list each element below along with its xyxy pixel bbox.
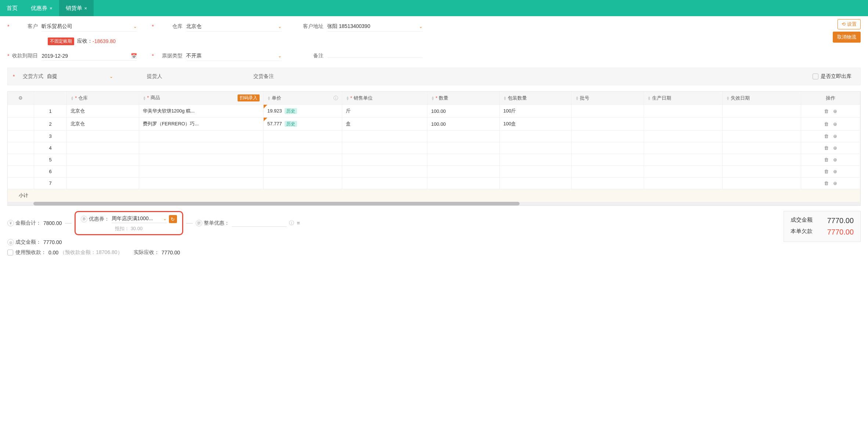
add-icon[interactable]: ⊕ bbox=[833, 169, 837, 174]
receivable-value: -18639.80 bbox=[93, 38, 116, 44]
customer-addr-field[interactable]: 张阳 18513400390⌄ bbox=[327, 22, 423, 32]
refresh-icon[interactable]: ↻ bbox=[169, 215, 177, 223]
cell-unit[interactable] bbox=[342, 154, 427, 166]
table-row[interactable]: 7 🗑 ⊕ bbox=[8, 178, 860, 189]
cell-unit[interactable]: 盒 bbox=[342, 118, 427, 130]
history-badge[interactable]: 历史 bbox=[285, 108, 297, 114]
tabs-bar: 首页 优惠券× 销货单× bbox=[0, 0, 868, 16]
scan-badge[interactable]: 扫码录入 bbox=[238, 94, 260, 101]
help-icon[interactable]: ⓘ bbox=[333, 95, 338, 101]
col-exp-date[interactable]: ▲▼失效日期 bbox=[722, 92, 801, 105]
delivery-note-field[interactable] bbox=[278, 75, 336, 78]
add-icon[interactable]: ⊕ bbox=[833, 180, 837, 186]
cell-product[interactable] bbox=[139, 154, 263, 166]
delivery-method-field[interactable]: 自提⌄ bbox=[47, 72, 113, 81]
horizontal-scrollbar[interactable] bbox=[8, 202, 860, 205]
cell-product[interactable] bbox=[139, 142, 263, 154]
customer-field[interactable]: 昕乐贸易公司⌄ bbox=[41, 22, 137, 32]
cell-product[interactable]: 费列罗（FERRERO）巧... bbox=[139, 118, 263, 130]
delete-icon[interactable]: 🗑 bbox=[824, 108, 829, 114]
cell-product[interactable] bbox=[139, 166, 263, 178]
payment-date-field[interactable]: 2019-12-29📅 bbox=[41, 51, 137, 61]
cell-product[interactable] bbox=[139, 178, 263, 189]
picker-label: 提货人 bbox=[135, 73, 162, 80]
cell-unit[interactable] bbox=[342, 178, 427, 189]
col-package-qty[interactable]: ▲▼包装数量 bbox=[499, 92, 571, 105]
table-row[interactable]: 6 🗑 ⊕ bbox=[8, 166, 860, 178]
add-icon[interactable]: ⊕ bbox=[833, 108, 837, 114]
cell-warehouse[interactable]: 北京仓 bbox=[67, 105, 139, 118]
col-quantity[interactable]: ▲▼*数量 bbox=[427, 92, 499, 105]
invoice-type-field[interactable]: 不开票⌄ bbox=[186, 51, 282, 61]
cell-pack[interactable] bbox=[499, 142, 571, 154]
close-icon[interactable]: × bbox=[50, 6, 53, 11]
table-row[interactable]: 1 北京仓 华美华夫软饼1200g 糕... 19.923 历史 斤 100.0… bbox=[8, 105, 860, 118]
cell-unit[interactable] bbox=[342, 166, 427, 178]
tab-coupon[interactable]: 优惠券× bbox=[24, 0, 59, 16]
delete-icon[interactable]: 🗑 bbox=[824, 145, 829, 151]
cell-qty[interactable]: 100.00 bbox=[427, 118, 499, 130]
table-row[interactable]: 3 🗑 ⊕ bbox=[8, 130, 860, 142]
cell-pack[interactable] bbox=[499, 130, 571, 142]
add-icon[interactable]: ⊕ bbox=[833, 145, 837, 151]
chevron-down-icon: ⌄ bbox=[109, 74, 113, 79]
cell-qty[interactable] bbox=[427, 154, 499, 166]
gear-header[interactable]: ⚙ bbox=[8, 92, 34, 105]
col-batch[interactable]: ▲▼批号 bbox=[572, 92, 644, 105]
cell-warehouse[interactable] bbox=[67, 178, 139, 189]
col-prod-date[interactable]: ▲▼生产日期 bbox=[644, 92, 722, 105]
table-row[interactable]: 4 🗑 ⊕ bbox=[8, 142, 860, 154]
cell-qty[interactable] bbox=[427, 166, 499, 178]
cell-qty[interactable] bbox=[427, 130, 499, 142]
delete-icon[interactable]: 🗑 bbox=[824, 121, 829, 127]
cell-product[interactable] bbox=[139, 130, 263, 142]
cell-warehouse[interactable]: 北京仓 bbox=[67, 118, 139, 130]
order-discount-input[interactable] bbox=[232, 220, 287, 227]
warehouse-field[interactable]: 北京仓⌄ bbox=[186, 22, 282, 32]
cell-warehouse[interactable] bbox=[67, 166, 139, 178]
add-icon[interactable]: ⊕ bbox=[833, 121, 837, 127]
coupon-box: 券 优惠券： 周年店庆满1000... ⌄ ↻ 抵扣： 30.00 bbox=[75, 211, 183, 235]
cell-qty[interactable] bbox=[427, 178, 499, 189]
cell-warehouse[interactable] bbox=[67, 154, 139, 166]
remark-field[interactable] bbox=[327, 54, 423, 58]
cell-pack[interactable]: 100斤 bbox=[499, 105, 571, 118]
delete-icon[interactable]: 🗑 bbox=[824, 180, 829, 186]
table-row[interactable]: 5 🗑 ⊕ bbox=[8, 154, 860, 166]
col-sales-unit[interactable]: ▲▼*销售单位 bbox=[342, 92, 427, 105]
col-price[interactable]: ▲▼单价ⓘ bbox=[263, 92, 342, 105]
delete-icon[interactable]: 🗑 bbox=[824, 169, 829, 174]
tab-sales-order[interactable]: 销货单× bbox=[59, 0, 94, 16]
col-warehouse[interactable]: ▲▼*仓库 bbox=[67, 92, 139, 105]
cell-qty[interactable]: 100.00 bbox=[427, 105, 499, 118]
cell-pack[interactable] bbox=[499, 178, 571, 189]
settings-button[interactable]: ⟲ 设置 bbox=[838, 19, 861, 29]
add-icon[interactable]: ⊕ bbox=[833, 157, 837, 162]
cancel-logistics-button[interactable]: 取消物流 bbox=[833, 32, 861, 43]
cell-pack[interactable] bbox=[499, 154, 571, 166]
cell-qty[interactable] bbox=[427, 142, 499, 154]
immediate-out-checkbox[interactable] bbox=[813, 74, 818, 79]
tab-home[interactable]: 首页 bbox=[0, 0, 24, 16]
cell-unit[interactable] bbox=[342, 130, 427, 142]
close-icon[interactable]: × bbox=[84, 6, 87, 11]
coupon-select[interactable]: 周年店庆满1000... ⌄ bbox=[112, 215, 167, 223]
history-badge[interactable]: 历史 bbox=[285, 121, 297, 127]
cell-unit[interactable]: 斤 bbox=[342, 105, 427, 118]
cell-product[interactable]: 华美华夫软饼1200g 糕... bbox=[139, 105, 263, 118]
cell-pack[interactable] bbox=[499, 166, 571, 178]
cell-unit[interactable] bbox=[342, 142, 427, 154]
delete-icon[interactable]: 🗑 bbox=[824, 157, 829, 162]
help-icon[interactable]: ⓘ bbox=[289, 220, 294, 226]
cell-pack[interactable]: 100盒 bbox=[499, 118, 571, 130]
cell-warehouse[interactable] bbox=[67, 142, 139, 154]
add-icon[interactable]: ⊕ bbox=[833, 133, 837, 139]
delete-icon[interactable]: 🗑 bbox=[824, 133, 829, 139]
table-row[interactable]: 2 北京仓 费列罗（FERRERO）巧... 57.777 历史 盒 100.0… bbox=[8, 118, 860, 130]
row-number: 3 bbox=[34, 130, 66, 142]
use-prepay-checkbox[interactable] bbox=[7, 250, 13, 255]
col-product[interactable]: ▲▼*商品扫码录入 bbox=[139, 92, 263, 105]
col-ops: 操作 bbox=[801, 92, 860, 105]
cell-warehouse[interactable] bbox=[67, 130, 139, 142]
picker-field[interactable] bbox=[166, 75, 225, 78]
